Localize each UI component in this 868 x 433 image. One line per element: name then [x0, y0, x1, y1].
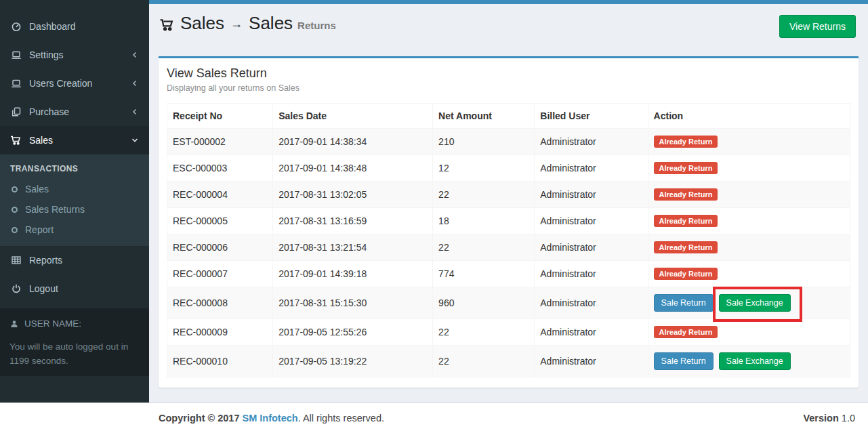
sidebar-item-label: Sales [29, 135, 53, 146]
submenu-header-transactions: TRANSACTIONS [0, 158, 149, 179]
already-return-badge: Already Return [654, 136, 718, 148]
sidebar-item-purchase[interactable]: Purchase [0, 98, 149, 126]
table-row: REC-0000062017-08-31 13:21:5422Administr… [167, 234, 850, 261]
already-return-badge: Already Return [654, 241, 718, 253]
auto-logout-note: You will be auto logged out in 1199 seco… [9, 340, 140, 369]
sidebar-item-users-creation[interactable]: Users Creation [0, 69, 149, 98]
cell-sales-date: 2017-08-31 13:02:05 [273, 182, 433, 208]
user-icon [9, 319, 19, 329]
sidebar-item-settings[interactable]: Settings [0, 41, 149, 69]
chevron-down-icon [131, 136, 139, 144]
user-panel: USER NAME: You will be auto logged out i… [0, 308, 149, 376]
company-link[interactable]: SM Infotech [243, 413, 298, 424]
cell-sales-date: 2017-09-05 13:19:22 [273, 346, 433, 377]
cell-action: Already Return [648, 208, 850, 234]
table-row: EST-0000022017-09-01 14:38:34210Administ… [167, 129, 850, 155]
cell-receipt-no: REC-000005 [167, 208, 273, 234]
table-row: REC-0000042017-08-31 13:02:0522Administr… [167, 182, 850, 208]
sale-return-button[interactable]: Sale Return [654, 294, 714, 312]
cell-net-amount: 22 [433, 234, 535, 261]
cell-receipt-no: REC-000008 [167, 287, 273, 319]
auto-logout-note-line2: 1199 seconds. [9, 356, 68, 366]
cell-billed-user: Administrator [535, 208, 648, 234]
cell-sales-date: 2017-09-05 12:55:26 [273, 319, 433, 346]
cell-receipt-no: EST-000002 [167, 129, 273, 155]
sale-return-button[interactable]: Sale Return [654, 352, 714, 370]
sales-return-panel: View Sales Return Displaying all your re… [159, 56, 859, 388]
circle-icon [12, 207, 18, 213]
view-returns-button[interactable]: View Returns [779, 15, 856, 38]
already-return-badge: Already Return [654, 215, 718, 227]
sidebar-subitem-label: Sales Returns [25, 204, 85, 215]
cell-net-amount: 18 [433, 208, 535, 234]
laptop-icon [10, 78, 22, 89]
cell-billed-user: Administrator [535, 287, 648, 319]
breadcrumb-secondary: Sales [249, 13, 293, 34]
cell-receipt-no: REC-000004 [167, 182, 273, 208]
sidebar-item-label: Users Creation [29, 78, 92, 89]
cell-net-amount: 22 [433, 319, 535, 346]
content-header: Sales → Sales Returns View Returns [149, 4, 868, 38]
sidebar-subitem-sales-returns[interactable]: Sales Returns [0, 199, 149, 220]
copyright-suffix: . All rights reserved. [298, 413, 384, 424]
user-name-label: USER NAME: [24, 318, 81, 329]
table-row: REC-0000082017-08-31 15:15:30960Administ… [167, 287, 850, 319]
auto-logout-note-line1: You will be auto logged out in [9, 342, 128, 352]
version-label: Version [803, 413, 838, 424]
already-return-badge: Already Return [654, 162, 718, 174]
cell-net-amount: 960 [433, 287, 535, 319]
cell-receipt-no: ESC-000003 [167, 155, 273, 182]
already-return-badge: Already Return [654, 326, 718, 338]
sale-exchange-button[interactable]: Sale Exchange [719, 294, 791, 312]
breadcrumb-primary: Sales [180, 13, 224, 34]
table-header-row: Receipt NoSales DateNet AmountBilled Use… [167, 104, 850, 129]
sidebar-item-sales[interactable]: Sales [0, 126, 149, 154]
cell-sales-date: 2017-08-31 13:21:54 [273, 234, 433, 261]
column-header-sales-date: Sales Date [273, 104, 433, 129]
already-return-badge: Already Return [654, 188, 718, 201]
table-row: ESC-0000032017-09-01 14:38:4812Administr… [167, 155, 850, 182]
cell-billed-user: Administrator [535, 182, 648, 208]
sidebar-subitem-report[interactable]: Report [0, 220, 149, 240]
cell-action: Already Return [648, 182, 850, 208]
sidebar-subitem-label: Sales [25, 184, 49, 194]
table-row: REC-0000102017-09-05 13:19:2222Administr… [167, 346, 850, 377]
sidebar-item-logout[interactable]: Logout [0, 274, 149, 303]
sidebar-item-reports[interactable]: Reports [0, 246, 149, 274]
panel-subtitle: Displaying all your returns on Sales [167, 83, 850, 93]
sidebar-item-dashboard[interactable]: Dashboard [0, 12, 149, 41]
sidebar-subitem-label: Report [25, 224, 54, 235]
table-row: REC-0000072017-09-01 14:39:18774Administ… [167, 261, 850, 287]
already-return-badge: Already Return [654, 268, 718, 280]
table-icon [10, 255, 22, 266]
cell-billed-user: Administrator [535, 234, 648, 261]
cell-net-amount: 22 [433, 182, 535, 208]
chevron-left-icon [131, 51, 139, 59]
cell-net-amount: 774 [433, 261, 535, 287]
cell-net-amount: 12 [433, 155, 535, 182]
cell-sales-date: 2017-08-31 13:16:59 [273, 208, 433, 234]
sidebar-item-label: Settings [29, 49, 64, 60]
breadcrumb-arrow-icon: → [230, 17, 243, 31]
cell-action: Sale ReturnSale Exchange [648, 287, 850, 319]
sidebar-item-label: Purchase [29, 106, 69, 117]
cell-receipt-no: REC-000006 [167, 234, 273, 261]
sidebar-subitem-sales[interactable]: Sales [0, 179, 149, 199]
chevron-left-icon [131, 108, 139, 116]
cell-action: Already Return [648, 155, 850, 182]
cell-billed-user: Administrator [535, 129, 648, 155]
version-text: Version 1.0 [803, 413, 855, 424]
footer: Copyright © 2017 SM Infotech. All rights… [0, 403, 868, 433]
sale-exchange-button[interactable]: Sale Exchange [719, 352, 791, 370]
page-title: Sales → Sales Returns [159, 13, 336, 34]
annotation-wrapper: Sale Exchange [719, 294, 791, 312]
sidebar-item-label: Dashboard [29, 21, 76, 32]
panel-title: View Sales Return [167, 66, 850, 81]
sales-returns-table: Receipt NoSales DateNet AmountBilled Use… [167, 103, 850, 377]
cart-icon [10, 135, 22, 146]
table-row: REC-0000092017-09-05 12:55:2622Administr… [167, 319, 850, 346]
sales-submenu: TRANSACTIONS Sales Sales Returns Report [0, 154, 149, 246]
column-header-action: Action [648, 104, 850, 129]
cell-action: Already Return [648, 319, 850, 346]
version-value: 1.0 [842, 413, 855, 424]
